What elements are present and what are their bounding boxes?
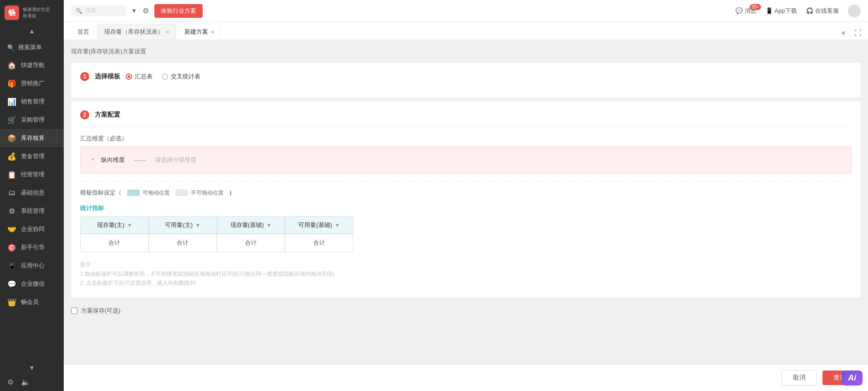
stats-col-1: 可用量(主) ▼ 合计 [149, 216, 217, 252]
divider1 [80, 127, 852, 127]
indicator-label: 模板指标设定（ [80, 189, 122, 197]
sidebar-logo: 畅 畅康通好生意 标准版 [0, 0, 64, 26]
tab-inventory[interactable]: 现存量（库存状况表） × [97, 24, 176, 40]
sidebar-item-finance[interactable]: 💰 资金管理 [0, 147, 64, 165]
drag-box [127, 190, 140, 196]
user-avatar[interactable] [848, 5, 861, 17]
sidebar-item-wechat[interactable]: 💬 企业微信 [0, 275, 64, 293]
sidebar-item-quick-nav[interactable]: 🏠 快捷导航 [0, 56, 64, 74]
tips-section: 提示： 1.拖动标题栏可以调整布局，不可跨维度或指标区域拖动栏目字段(只能在同一… [80, 261, 852, 287]
tab-inventory-label: 现存量（库存状况表） [104, 28, 163, 36]
app-download-button[interactable]: 📱 App下载 [766, 7, 797, 15]
dimension-placeholder: 请选择分组维度 [155, 156, 196, 164]
tab-new-close[interactable]: × [211, 29, 214, 35]
dropdown-chevron-icon: ▼ [131, 7, 137, 14]
message-button[interactable]: 💬 消息 99+ [735, 7, 756, 15]
stats-col-header-0[interactable]: 现存量(主) ▼ [81, 216, 148, 234]
clipboard-icon: 📋 [7, 170, 16, 179]
close-window-button[interactable]: × [837, 27, 850, 40]
tab-new-label: 新建方案 [184, 28, 208, 36]
sidebar-item-system[interactable]: ⚙ 系统管理 [0, 202, 64, 220]
chevron-icon-1: ▼ [195, 222, 200, 228]
indicator-row: 模板指标设定（ 可拖动位置 不可拖动位置 ） [80, 189, 852, 197]
chat-icon: 💬 [7, 279, 16, 288]
stats-col-body-3: 合计 [285, 234, 353, 252]
step1-row: 1 选择模板 汇总表 交叉统计表 [80, 72, 852, 81]
sidebar: 畅 畅康通好生意 标准版 ▲ 🔍 搜索菜单 🏠 快捷导航 🎁 营销推广 📊 销售… [0, 0, 64, 391]
sidebar-nav: 🔍 搜索菜单 🏠 快捷导航 🎁 营销推广 📊 销售管理 🛒 采购管理 📦 库存核… [0, 36, 64, 363]
trial-button[interactable]: 体验行业方案 [154, 4, 203, 18]
stats-table: 现存量(主) ▼ 合计 可用量(主) ▼ 合计 [80, 216, 353, 252]
sidebar-scroll-down[interactable]: ▼ [0, 363, 64, 373]
sidebar-item-marketing[interactable]: 🎁 营销推广 [0, 74, 64, 93]
step2-row: 2 方案配置 [80, 110, 852, 119]
save-row: 方案保存(可选) [71, 301, 861, 315]
tab-home[interactable]: 首页 [71, 24, 96, 40]
stats-col-body-2: 合计 [217, 234, 285, 252]
app-logo-icon: 畅 [5, 5, 19, 20]
sidebar-item-sales[interactable]: 📊 销售管理 [0, 93, 64, 111]
expand-button[interactable]: ⛶ [852, 27, 864, 40]
stats-col-header-1[interactable]: 可用量(主) ▼ [149, 216, 217, 234]
sidebar-scroll-up[interactable]: ▲ [0, 26, 64, 36]
topbar-gear-icon[interactable]: ⚙ [143, 6, 149, 15]
sidebar-item-purchase[interactable]: 🛒 采购管理 [0, 111, 64, 129]
save-label: 方案保存(可选) [81, 307, 121, 315]
radio-summary[interactable]: 汇总表 [126, 72, 153, 81]
app-logo-text: 畅康通好生意 标准版 [23, 6, 50, 19]
crown-icon: 👑 [7, 298, 16, 307]
box-icon: 📦 [7, 134, 16, 143]
stats-col-body-0: 合计 [81, 234, 148, 252]
tab-new[interactable]: 新建方案 × [178, 24, 220, 40]
radio-cross[interactable]: 交叉统计表 [162, 72, 200, 81]
sidebar-item-newbie[interactable]: 🎯 新手引导 [0, 238, 64, 257]
chevron-icon-2: ▼ [266, 222, 271, 228]
step1-panel: 1 选择模板 汇总表 交叉统计表 [71, 63, 861, 98]
audio-icon[interactable]: 🔈 [21, 378, 30, 386]
message-icon: 💬 [735, 7, 743, 14]
chevron-icon-0: ▼ [127, 222, 132, 228]
sidebar-item-enterprise[interactable]: 🤝 企业协同 [0, 220, 64, 238]
tab-home-label: 首页 [77, 28, 89, 36]
step2-panel: 2 方案配置 汇总维度（必选） * 纵向维度 —— 请选择分组维度 模板指标设定… [71, 101, 861, 298]
phone-icon: 📱 [7, 261, 16, 270]
stats-col-header-3[interactable]: 可用量(基辅) ▼ [285, 216, 353, 234]
phone-icon: 📱 [766, 7, 773, 14]
headset-icon: 🎧 [806, 7, 813, 14]
sidebar-item-member[interactable]: 👑 畅会员 [0, 293, 64, 311]
topbar-dropdown[interactable]: ▼ [131, 7, 137, 14]
dimension-label: 纵向维度 [101, 156, 125, 164]
sidebar-footer: ⚙ 🔈 [0, 373, 64, 391]
stats-col-0: 现存量(主) ▼ 合计 [81, 216, 149, 252]
tabs-bar: 首页 现存量（库存状况表） × 新建方案 × × ⛶ [64, 22, 868, 40]
tabs-controls: × ⛶ [837, 27, 868, 40]
gift-icon: 🎁 [7, 79, 16, 88]
sidebar-item-management[interactable]: 📋 经营管理 [0, 165, 64, 184]
step1-title: 选择模板 [95, 72, 120, 81]
settings-icon[interactable]: ⚙ [7, 378, 14, 386]
cart-icon: 🛒 [7, 115, 16, 124]
online-service-button[interactable]: 🎧 在线客服 [806, 7, 839, 15]
sidebar-search[interactable]: 🔍 搜索菜单 [0, 39, 64, 56]
dimension-section-title: 汇总维度（必选） [80, 134, 852, 143]
dimension-box[interactable]: * 纵向维度 —— 请选择分组维度 [80, 146, 852, 174]
page-title: 现存量(库存状况表)方案设置 [71, 47, 861, 56]
handshake-icon: 🤝 [7, 225, 16, 234]
topbar-search[interactable]: 🔍 搜索 [71, 5, 126, 16]
chart-icon: 📊 [7, 97, 16, 106]
step1-badge: 1 [80, 72, 89, 81]
sidebar-item-base-info[interactable]: 🗂 基础信息 [0, 184, 64, 202]
money-icon: 💰 [7, 152, 16, 161]
stats-col-header-2[interactable]: 现存量(基辅) ▼ [217, 216, 285, 234]
ai-badge[interactable]: Ai [842, 370, 863, 386]
tip-item-1: 2. 点击标题栏下拉可设置排序、插入列和删除列 [80, 279, 852, 287]
topbar-right: 💬 消息 99+ 📱 App下载 🎧 在线客服 [735, 5, 861, 17]
tab-inventory-close[interactable]: × [166, 29, 169, 35]
topbar: 🔍 搜索 ▼ ⚙ 体验行业方案 💬 消息 99+ 📱 App下载 🎧 在线客服 [64, 0, 868, 22]
save-checkbox[interactable] [71, 308, 77, 314]
tip-item-0: 1.拖动标题栏可以调整布局，不可跨维度或指标区域拖动栏目字段(只能在同一维度或指… [80, 270, 852, 278]
stats-col-body-1: 合计 [149, 234, 217, 252]
sidebar-item-app-center[interactable]: 📱 应用中心 [0, 257, 64, 275]
cancel-button[interactable]: 取消 [781, 370, 817, 386]
sidebar-item-stock[interactable]: 📦 库存核算 [0, 129, 64, 147]
